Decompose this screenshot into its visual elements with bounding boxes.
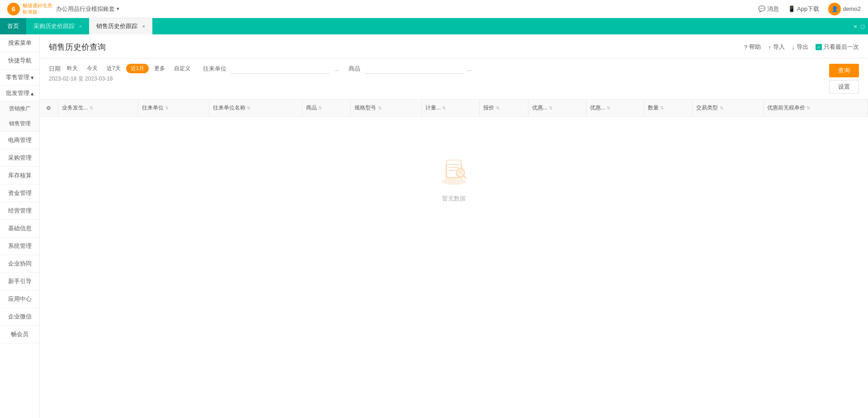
col-qty[interactable]: 数量 ⇅ xyxy=(644,100,693,117)
import-btn[interactable]: ↑ 导入 xyxy=(768,43,785,51)
sidebar-item-finance[interactable]: 资金管理 xyxy=(0,185,39,202)
col-settings[interactable]: ⚙ xyxy=(40,100,58,117)
col-trade-type[interactable]: 交易类型 ⇅ xyxy=(693,100,764,117)
sidebar-item-basic-info[interactable]: 基础信息 xyxy=(0,220,39,238)
only-last-checkbox-area[interactable]: ✓ 只看最后一次 xyxy=(816,43,859,51)
tab-sales-history[interactable]: 销售历史价跟踪 × xyxy=(89,18,152,34)
date-range-text: 2023-02-18 至 2023-03-18 xyxy=(49,76,113,82)
sidebar-item-cooperation[interactable]: 企业协同 xyxy=(0,255,39,273)
sort-icon-product: ⇅ xyxy=(318,105,322,110)
logo-letter: 6 xyxy=(12,5,15,13)
sidebar-guide-label: 新手引导 xyxy=(8,277,32,285)
sidebar-item-operations[interactable]: 经营管理 xyxy=(0,202,39,220)
counterparty-input[interactable] xyxy=(230,64,330,74)
sidebar-retail-label: 零售管理 xyxy=(6,73,29,81)
product-filter-group: 商品 ... xyxy=(349,64,473,74)
user-avatar-area[interactable]: 👤 demo2 xyxy=(828,3,861,15)
sidebar-item-ecommerce[interactable]: 电商管理 xyxy=(0,132,39,149)
col-spec[interactable]: 规格型号 ⇅ xyxy=(351,100,422,117)
sidebar-item-retail-mgmt[interactable]: 零售管理 ▾ xyxy=(0,70,39,86)
retail-arrow-icon: ▾ xyxy=(31,74,34,81)
sidebar-marketing-label: 营销推广 xyxy=(9,105,31,113)
col-pre-tax-price[interactable]: 优惠前无税单价 ⇅ xyxy=(764,100,868,117)
sidebar-item-wholesale-mgmt[interactable]: 批发管理 ▴ xyxy=(0,86,39,101)
app-logo-icon: 6 xyxy=(7,3,20,15)
table-container: ⚙ 业务发生... ⇅ 往来单位 ⇅ 往来单位名称 ⇅ xyxy=(40,100,868,418)
col-biz-date-label: 业务发生... xyxy=(62,104,88,111)
sidebar-search-menu-label: 搜索菜单 xyxy=(8,39,32,47)
sidebar-system-label: 系统管理 xyxy=(8,242,32,250)
settings-button[interactable]: 设置 xyxy=(829,80,859,94)
sort-icon-spec: ⇅ xyxy=(378,105,382,110)
sidebar-item-sales-mgmt[interactable]: 销售管理 xyxy=(0,116,39,131)
sidebar-item-inventory[interactable]: 库存核算 xyxy=(0,167,39,185)
col-product[interactable]: 商品 ⇅ xyxy=(302,100,351,117)
col-spec-label: 规格型号 xyxy=(354,104,376,111)
col-product-label: 商品 xyxy=(306,104,317,111)
table-header-row: ⚙ 业务发生... ⇅ 往来单位 ⇅ 往来单位名称 ⇅ xyxy=(40,100,868,117)
product-dots[interactable]: ... xyxy=(467,65,473,73)
col-quote[interactable]: 报价 ⇅ xyxy=(480,100,528,117)
col-discount1[interactable]: 优惠... ⇅ xyxy=(528,100,586,117)
date-btn-last1m[interactable]: 近1月 xyxy=(126,64,149,73)
sidebar-item-quick-nav[interactable]: 快捷导航 xyxy=(0,52,39,70)
app-title-selector[interactable]: 办公用品行业模拟账套 ▾ xyxy=(56,5,119,13)
sidebar-member-label: 畅会员 xyxy=(11,330,28,338)
tab-sales-close[interactable]: × xyxy=(142,24,145,29)
sort-icon-unit: ⇅ xyxy=(442,105,446,110)
tab-sales-label: 销售历史价跟踪 xyxy=(96,22,137,30)
date-btn-today[interactable]: 今天 xyxy=(83,64,101,73)
sidebar-item-corp-wechat[interactable]: 企业微信 xyxy=(0,308,39,326)
sidebar-corp-wechat-label: 企业微信 xyxy=(8,313,32,321)
sidebar-item-member[interactable]: 畅会员 xyxy=(0,326,39,343)
sidebar-ecommerce-label: 电商管理 xyxy=(8,136,32,144)
page-title: 销售历史价查询 xyxy=(49,42,106,52)
sidebar-sales-mgmt-label: 销售管理 xyxy=(9,120,31,128)
counterparty-dots[interactable]: ... xyxy=(333,65,339,73)
help-btn[interactable]: ? 帮助 xyxy=(744,43,761,51)
message-btn[interactable]: 💬 消息 xyxy=(758,5,779,13)
col-unit[interactable]: 计量... ⇅ xyxy=(422,100,480,117)
svg-line-7 xyxy=(463,176,466,178)
sidebar-item-marketing[interactable]: 营销推广 xyxy=(0,101,39,116)
date-btn-last7[interactable]: 近7天 xyxy=(103,64,124,73)
tab-home[interactable]: 首页 xyxy=(0,18,26,34)
counterparty-filter-group: 往来单位 ... xyxy=(203,64,339,74)
export-btn[interactable]: ↓ 导出 xyxy=(792,43,809,51)
data-table: ⚙ 业务发生... ⇅ 往来单位 ⇅ 往来单位名称 ⇅ xyxy=(40,100,868,117)
col-pre-tax-price-label: 优惠前无税单价 xyxy=(767,104,805,111)
tab-purchase-label: 采购历史价跟踪 xyxy=(33,22,75,30)
page-actions: ? 帮助 ↑ 导入 ↓ 导出 ✓ 只看最后一次 xyxy=(744,43,859,51)
tab-purchase-history[interactable]: 采购历史价跟踪 × xyxy=(26,18,89,34)
col-discount2[interactable]: 优惠... ⇅ xyxy=(586,100,644,117)
product-input[interactable] xyxy=(364,64,463,74)
sidebar-item-system[interactable]: 系统管理 xyxy=(0,238,39,255)
sidebar-item-search-menu[interactable]: 搜索菜单 xyxy=(0,34,39,52)
query-button[interactable]: 查询 xyxy=(829,64,859,77)
import-icon: ↑ xyxy=(768,44,771,51)
sidebar-item-guide[interactable]: 新手引导 xyxy=(0,273,39,290)
tab-purchase-close[interactable]: × xyxy=(79,24,82,29)
import-label: 导入 xyxy=(773,43,785,51)
col-quote-label: 报价 xyxy=(483,104,494,111)
tab-maximize-icon[interactable]: □ xyxy=(861,23,864,30)
col-counterparty-name[interactable]: 往来单位名称 ⇅ xyxy=(209,100,302,117)
date-btn-custom[interactable]: 自定义 xyxy=(170,64,194,73)
date-filter-label: 日期 xyxy=(49,65,61,73)
date-btn-more[interactable]: 更多 xyxy=(151,64,169,73)
col-biz-date[interactable]: 业务发生... ⇅ xyxy=(58,100,138,117)
app-download-btn[interactable]: 📱 App下载 xyxy=(788,5,819,13)
sidebar-operations-label: 经营管理 xyxy=(8,207,32,215)
sidebar-item-app-center[interactable]: 应用中心 xyxy=(0,290,39,308)
tab-close-all-icon[interactable]: × xyxy=(854,23,858,30)
export-label: 导出 xyxy=(797,43,808,51)
col-counterparty-code-label: 往来单位 xyxy=(142,104,164,111)
sidebar-basic-info-label: 基础信息 xyxy=(8,224,32,233)
page-header: 销售历史价查询 ? 帮助 ↑ 导入 ↓ 导出 ✓ 只看最后一次 xyxy=(40,34,868,58)
export-icon: ↓ xyxy=(792,44,795,51)
date-btn-yesterday[interactable]: 昨天 xyxy=(63,64,81,73)
sidebar-item-purchase[interactable]: 采购管理 xyxy=(0,149,39,167)
sidebar: 搜索菜单 快捷导航 零售管理 ▾ 批发管理 ▴ 营销推广 销售管理 xyxy=(0,34,40,418)
col-counterparty-code[interactable]: 往来单位 ⇅ xyxy=(138,100,209,117)
sort-icon-counterparty-name: ⇅ xyxy=(247,105,250,110)
